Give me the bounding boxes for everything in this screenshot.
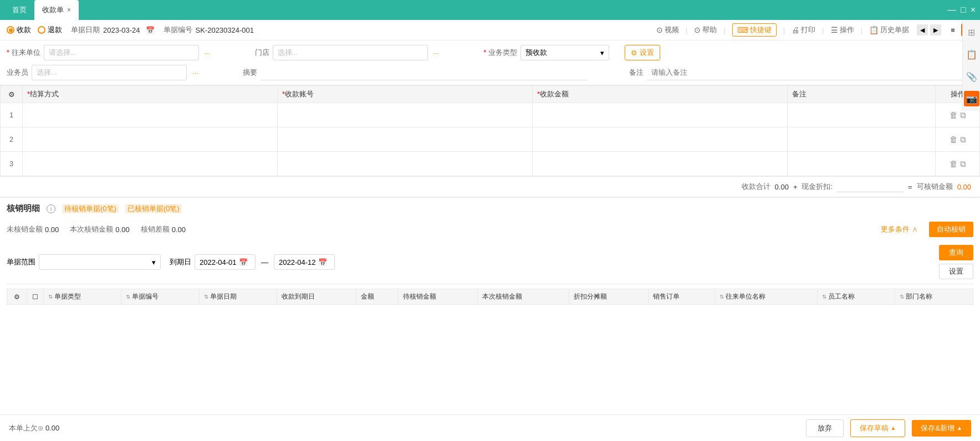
right-panel-attach-icon[interactable]: 📎: [964, 69, 979, 84]
row-remark-2[interactable]: [787, 127, 935, 152]
window-close-icon[interactable]: ×: [971, 5, 976, 15]
save-new-btn[interactable]: 保存&新增 ▲: [912, 420, 971, 437]
row-payment-2[interactable]: [23, 127, 278, 152]
partner-input[interactable]: 请选择...: [44, 45, 199, 60]
row-account-1[interactable]: [277, 103, 532, 127]
toolbar-row: 收款 退款 单据日期 2023-03-24 📅 单据编号 SK-20230324…: [0, 20, 980, 40]
bottom-col-check[interactable]: ☐: [27, 289, 44, 305]
radio-group: 收款 退款: [7, 25, 62, 35]
help-btn[interactable]: ⊙ 帮助: [694, 25, 717, 35]
summary-input[interactable]: [261, 65, 587, 80]
date-separator: —: [261, 258, 268, 266]
partner-more-btn[interactable]: ···: [202, 49, 213, 57]
current-stat: 本次核销金额 0.00: [70, 224, 129, 234]
form-row-2: 业务员 选择... ··· 摘要 备注: [7, 65, 973, 80]
unverified-stat: 未核销金额 0.00: [7, 224, 59, 234]
range-field: 单据范围 ▾: [7, 254, 161, 270]
print-btn[interactable]: 🖨 打印: [792, 25, 815, 35]
table-row: 2 🗑 ⧉: [1, 127, 980, 152]
auto-writeoff-btn[interactable]: 自动核销: [929, 222, 973, 237]
window-controls: — □ ×: [947, 5, 976, 15]
settings-button[interactable]: ⚙ 设置: [625, 45, 660, 60]
list-view-icon[interactable]: ≡: [947, 24, 959, 36]
remark-field: 备注: [629, 65, 973, 80]
staff-input[interactable]: 选择...: [32, 65, 187, 80]
chevron-down-icon: ▾: [600, 49, 604, 57]
operation-btn[interactable]: ☰ 操作: [831, 25, 854, 35]
draft-btn-label: 保存草稿: [860, 423, 889, 433]
abandon-btn[interactable]: 放弃: [806, 419, 844, 437]
row-amount-3[interactable]: [532, 152, 787, 176]
date-from-input[interactable]: 2022-04-01 📅: [195, 254, 256, 270]
right-panel-doc-icon[interactable]: 📋: [964, 47, 979, 62]
bottom-col-amount: 金额: [356, 289, 399, 305]
remark-label: 备注: [629, 68, 644, 78]
tab-close-icon[interactable]: ×: [67, 6, 71, 14]
draft-btn[interactable]: 保存草稿 ▲: [850, 419, 906, 437]
video-btn[interactable]: ⊙ 视频: [656, 25, 679, 35]
shortcut-btn[interactable]: ⌨ 快捷键: [732, 23, 777, 37]
settings-btn2[interactable]: 设置: [939, 264, 973, 279]
diff-value: 0.00: [172, 225, 186, 234]
pending-tab[interactable]: 待核销单据(0笔): [62, 204, 119, 214]
query-btn[interactable]: 查询: [939, 245, 973, 260]
radio-shoukuan[interactable]: 收款: [7, 25, 31, 35]
col-account: *收款账号: [277, 86, 532, 103]
right-panel-table-icon[interactable]: ⊞: [964, 24, 979, 40]
row-delete-3[interactable]: 🗑: [950, 159, 958, 168]
staff-field: 业务员 选择... ···: [7, 65, 201, 80]
done-tab[interactable]: 已核销单据(0笔): [125, 204, 182, 214]
more-conditions-btn[interactable]: 更多条件 ∧: [881, 224, 918, 234]
tab-active[interactable]: 收款单 ×: [34, 0, 79, 20]
business-type-select[interactable]: 预收款 ▾: [520, 45, 609, 60]
row-remark-3[interactable]: [787, 152, 935, 176]
prev-arrow[interactable]: ◀: [917, 24, 928, 35]
row-amount-1[interactable]: [532, 103, 787, 127]
discount-input[interactable]: [837, 181, 904, 192]
save-new-label: 保存&新增: [921, 423, 955, 433]
calendar-icon[interactable]: 📅: [146, 26, 155, 34]
partner-label: 往来单位: [7, 48, 40, 58]
row-copy-3[interactable]: ⧉: [960, 159, 966, 169]
writeoff-section: 核销明细 i 待核销单据(0笔) 已核销单据(0笔) 未核销金额 0.00 本次…: [0, 197, 980, 441]
settings-gear-icon: ⚙: [631, 49, 637, 57]
range-select[interactable]: ▾: [39, 254, 161, 270]
right-panel-camera-icon[interactable]: 📷: [964, 91, 979, 106]
history-btn[interactable]: 📋 历史单据: [869, 25, 909, 35]
row-payment-3[interactable]: [23, 152, 278, 176]
row-amount-2[interactable]: [532, 127, 787, 152]
bottom-col-settings[interactable]: ⚙: [7, 289, 27, 305]
window-min-icon[interactable]: —: [947, 5, 956, 15]
col-settings[interactable]: ⚙: [1, 86, 23, 103]
bottom-table: ⚙ ☐ 单据类型 单据编号 单据日期 收款到期日 金额 待核销金额 本次核销金额…: [7, 289, 973, 305]
row-delete-2[interactable]: 🗑: [950, 135, 958, 144]
remark-input[interactable]: [647, 65, 973, 80]
bottom-col-order: 销售订单: [648, 289, 714, 305]
row-delete-1[interactable]: 🗑: [950, 110, 958, 120]
bottom-col-due-date: 收款到期日: [277, 289, 356, 305]
right-panel: ⊞ 📋 📎 📷: [962, 20, 980, 111]
date-to-input[interactable]: 2022-04-12 📅: [274, 254, 335, 270]
radio-tuikuan[interactable]: 退款: [38, 25, 62, 35]
diff-label: 核销差额: [141, 224, 170, 234]
business-type-field: 业务类型 预收款 ▾: [483, 45, 609, 60]
number-field: 单据编号 SK-20230324-001: [164, 25, 254, 35]
row-copy-2[interactable]: ⧉: [960, 135, 966, 145]
row-copy-1[interactable]: ⧉: [960, 110, 966, 120]
shop-input[interactable]: 选择...: [273, 45, 428, 60]
bottom-col-type: 单据类型: [44, 289, 121, 305]
tab-home[interactable]: 首页: [4, 0, 34, 20]
row-account-2[interactable]: [277, 127, 532, 152]
writeoff-stats: 未核销金额 0.00 本次核销金额 0.00 核销差额 0.00 更多条件 ∧ …: [7, 218, 973, 240]
total-label: 本单上欠⊙: [9, 423, 43, 433]
row-payment-1[interactable]: [23, 103, 278, 127]
row-account-3[interactable]: [277, 152, 532, 176]
total-value: 0.00: [45, 424, 59, 432]
pending-label: 待核销单据(0笔): [62, 204, 119, 213]
staff-more-btn[interactable]: ···: [190, 69, 201, 77]
info-icon[interactable]: i: [47, 204, 55, 213]
window-max-icon[interactable]: □: [961, 5, 966, 15]
next-arrow[interactable]: ▶: [930, 24, 941, 35]
row-remark-1[interactable]: [787, 103, 935, 127]
shop-more-btn[interactable]: ···: [431, 49, 442, 57]
